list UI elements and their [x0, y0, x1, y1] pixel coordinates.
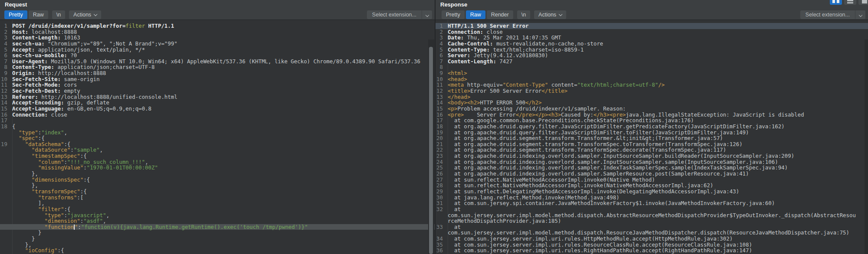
code-row[interactable]: 19 "dataSchema":{ — [0, 141, 435, 147]
code-row[interactable]: 33 at — [436, 224, 868, 230]
layout-single-icon[interactable] — [858, 0, 868, 5]
request-scrollbar[interactable] — [428, 39, 434, 254]
code-row[interactable]: ⋮34 at com.sun.jersey.server.impl.uri.ru… — [436, 236, 868, 242]
code-row[interactable]: 3Date: Thu, 25 Mar 2021 14:07:35 GMT — [436, 35, 868, 41]
code-row[interactable]: 29 at sun.reflect.DelegatingMethodAccess… — [436, 189, 868, 195]
code-row[interactable]: 9<html> — [436, 70, 868, 76]
code-row[interactable]: 10<head> — [436, 76, 868, 82]
tab-request-linebreaks[interactable]: \n — [52, 10, 65, 19]
code-row[interactable]: 16Connection: close — [0, 112, 435, 118]
code-row[interactable]: 5Content-Type: text/html;charset=iso-885… — [436, 47, 868, 53]
code-row[interactable]: 31 at com.sun.jersey.spi.container.JavaM… — [436, 200, 868, 206]
code-row[interactable]: 17 — [0, 117, 435, 124]
request-editor[interactable]: 1POST /druid/indexer/v1/sampler?for=filt… — [0, 20, 435, 254]
tab-request-actions[interactable]: Actions — [69, 10, 101, 19]
code-row[interactable]: 15<p>Problem accessing /druid/indexer/v1… — [436, 106, 868, 112]
code-row[interactable]: "filter":{ — [0, 206, 435, 212]
code-row[interactable]: 6sec-ch-ua-mobile: ?0 — [0, 52, 435, 59]
code-row[interactable]: "dataSource":"sample", — [0, 147, 435, 153]
code-row[interactable]: "missingValue":"1970-01-01T00:00:00Z" — [0, 165, 435, 171]
code-row[interactable]: "column":"!!!_no_such_column_!!!", — [0, 159, 435, 165]
layout-columns-icon[interactable] — [830, 0, 842, 5]
code-row[interactable]: 7User-Agent: Mozilla/5.0 (Windows NT 10.… — [0, 59, 435, 65]
tab-response-pretty[interactable]: Pretty — [442, 10, 465, 19]
code-row[interactable]: 13</head> — [436, 94, 868, 100]
code-row[interactable]: 28 at sun.reflect.NativeMethodAccessorIm… — [436, 182, 868, 189]
tab-request-raw[interactable]: Raw — [29, 10, 48, 19]
code-row[interactable]: 35 at com.sun.jersey.server.impl.uri.rul… — [436, 242, 868, 248]
code-row[interactable]: rceMethodDispatchProvider.java:185) — [436, 218, 868, 224]
response-scrollbar[interactable] — [865, 39, 868, 254]
code-row[interactable]: com.sun.jersey.server.impl.model.method.… — [436, 212, 868, 218]
tab-response-raw[interactable]: Raw — [466, 10, 485, 19]
response-extension-chevron[interactable] — [855, 10, 865, 19]
code-row[interactable]: 8 — [436, 64, 868, 70]
code-row[interactable]: }, — [0, 171, 435, 177]
code-row[interactable]: "function":"function(v){java.lang.Runtim… — [0, 224, 435, 230]
code-row[interactable]: 24 at org.apache.druid.indexing.overlord… — [436, 159, 868, 165]
code-row[interactable]: 2Connection: close — [436, 29, 868, 35]
tab-response-linebreaks[interactable]: \n — [517, 10, 530, 19]
code-row[interactable]: 11<meta http-equiv="Content-Type" conten… — [436, 82, 868, 88]
code-row[interactable]: 20 at org.apache.druid.segment.transform… — [436, 135, 868, 141]
code-row[interactable]: "timestampSpec":{ — [0, 153, 435, 159]
code-row[interactable]: "dimension":"asdf", — [0, 218, 435, 224]
code-row[interactable]: 4Cache-Control: must-revalidate,no-cache… — [436, 41, 868, 47]
code-row[interactable]: 1HTTP/1.1 500 Server Error — [436, 23, 868, 29]
code-row[interactable]: 26 at org.apache.druid.indexing.overlord… — [436, 171, 868, 177]
tab-response-actions[interactable]: Actions — [534, 10, 566, 19]
code-row[interactable]: 21 at org.apache.druid.segment.transform… — [436, 141, 868, 147]
code-row[interactable]: 32 at — [436, 206, 868, 212]
tab-response-render[interactable]: Render — [487, 10, 513, 19]
code-text: Connection: close — [12, 111, 67, 118]
code-row[interactable]: "type":"javascript", — [0, 212, 435, 218]
request-scrollbar-thumb[interactable] — [429, 47, 433, 254]
response-editor[interactable]: 1HTTP/1.1 500 Server Error2Connection: c… — [436, 20, 868, 254]
code-row[interactable]: 9Origin: http://localhost:8888 — [0, 70, 435, 76]
code-row[interactable]: 7Content-Length: 7427 — [436, 59, 868, 65]
code-row[interactable]: 18 at org.apache.druid.query.filter.Java… — [436, 124, 868, 130]
code-row[interactable]: 18{ — [0, 124, 435, 130]
code-row[interactable]: 25 at org.apache.druid.indexing.overlord… — [436, 165, 868, 171]
code-row[interactable]: 30 at java.lang.reflect.Method.invoke(Me… — [436, 195, 868, 201]
code-row[interactable]: "transforms":[ — [0, 195, 435, 201]
code-row[interactable]: ], — [0, 200, 435, 206]
code-row[interactable]: 17 at com.google.common.base.Preconditio… — [436, 117, 868, 124]
code-row[interactable]: } — [0, 236, 435, 242]
code-row[interactable]: 27 at sun.reflect.NativeMethodAccessorIm… — [436, 177, 868, 183]
code-row[interactable]: 2Host: localhost:8888 — [0, 29, 435, 35]
code-row[interactable]: 12Sec-Fetch-Dest: empty — [0, 88, 435, 94]
code-row[interactable]: 6Server: Jetty(9.4.12.v20180830) — [436, 52, 868, 59]
code-row[interactable]: 15Accept-Language: en-GB,en-US;q=0.9,en;… — [0, 106, 435, 112]
code-row[interactable]: 4sec-ch-ua: "Chromium";v="89", ";Not A B… — [0, 41, 435, 47]
code-row[interactable]: 11Sec-Fetch-Mode: cors — [0, 82, 435, 88]
code-row[interactable]: 5Accept: application/json, text/plain, *… — [0, 47, 435, 53]
request-extension-chevron[interactable] — [422, 10, 432, 19]
code-row[interactable]: com.sun.jersey.server.impl.model.method.… — [436, 230, 868, 236]
code-row[interactable]: 14<body><h2>HTTP ERROR 500</h2> — [436, 100, 868, 106]
code-row[interactable]: 23 at org.apache.druid.indexing.overlord… — [436, 153, 868, 159]
code-row[interactable]: }, — [0, 182, 435, 189]
code-row[interactable]: 8Content-Type: application/json;charset=… — [0, 64, 435, 70]
code-row[interactable]: 14Accept-Encoding: gzip, deflate — [0, 100, 435, 106]
code-row[interactable]: 10Sec-Fetch-Site: same-origin — [0, 76, 435, 82]
code-row[interactable]: 36 at com.sun.jersey.server.impl.uri.rul… — [436, 247, 868, 254]
code-row[interactable]: 1POST /druid/indexer/v1/sampler?for=filt… — [0, 23, 435, 29]
code-row[interactable]: 19 at org.apache.druid.query.filter.Java… — [436, 130, 868, 136]
code-row[interactable]: "ioConfig":{ — [0, 247, 435, 254]
code-row[interactable]: "dimensionsSpec":{ — [0, 177, 435, 183]
response-extension-select[interactable]: Select extension... — [800, 10, 865, 19]
code-row[interactable]: }, — [0, 242, 435, 248]
code-row[interactable]: "transformSpec":{ — [0, 189, 435, 195]
code-row[interactable]: } — [0, 230, 435, 236]
layout-rows-icon[interactable] — [844, 0, 856, 5]
request-extension-select[interactable]: Select extension... — [367, 10, 432, 19]
code-row[interactable]: 3Content-Length: 10163 — [0, 35, 435, 41]
tab-request-pretty[interactable]: Pretty — [4, 10, 27, 19]
code-row[interactable]: 13Referer: http://localhost:8888/unified… — [0, 94, 435, 100]
code-row[interactable]: "spec":{ — [0, 135, 435, 141]
code-row[interactable]: "type":"index", — [0, 130, 435, 136]
code-row[interactable]: 22 at org.apache.druid.segment.transform… — [436, 147, 868, 153]
code-row[interactable]: 12<title>Error 500 Server Error</title> — [436, 88, 868, 94]
code-row[interactable]: 16<pre> Server Error</pre></p><h3>Caused… — [436, 112, 868, 118]
